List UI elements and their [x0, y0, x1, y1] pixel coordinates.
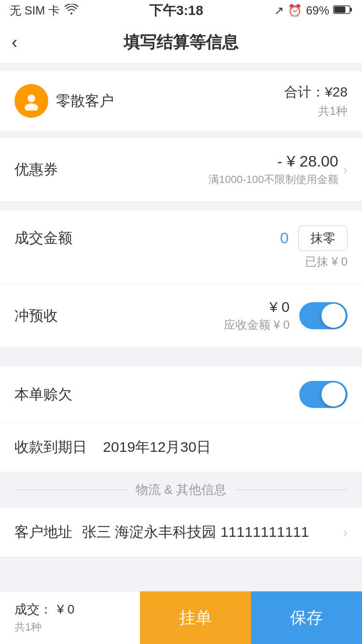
svg-rect-2	[350, 8, 352, 12]
address-value: 张三 海淀永丰科技园 11111111111	[82, 522, 343, 542]
prepay-row: 冲预收 ¥ 0 应收金额 ¥ 0	[14, 299, 348, 333]
logistics-title: 物流 & 其他信息	[136, 481, 226, 498]
due-date-section: 收款到期日 2019年12月30日	[0, 422, 362, 472]
prepay-right: ¥ 0 应收金额 ¥ 0	[224, 299, 348, 333]
round-zero-button[interactable]: 抹零	[298, 225, 348, 251]
prepay-info: ¥ 0 应收金额 ¥ 0	[224, 299, 290, 333]
due-date-label: 收款到期日	[14, 439, 87, 455]
prepay-section: 冲预收 ¥ 0 应收金额 ¥ 0	[0, 284, 362, 347]
customer-name: 零散客户	[56, 91, 114, 111]
total-amount: 合计：¥28	[284, 83, 348, 101]
section-divider-1	[0, 201, 362, 211]
coupon-amount: - ¥ 28.00	[209, 153, 338, 170]
back-button[interactable]: ‹	[12, 32, 17, 53]
coupon-section[interactable]: 优惠券 - ¥ 28.00 满1000-100不限制使用金额 ›	[0, 138, 362, 201]
debt-label: 本单赊欠	[14, 385, 72, 405]
svg-point-5	[25, 103, 38, 111]
due-date-text: 收款到期日 2019年12月30日	[14, 439, 211, 455]
transaction-section: 成交金额 0 抹零 已抹 ¥ 0	[0, 211, 362, 284]
page-title: 填写结算等信息	[124, 31, 238, 54]
logistics-header: 物流 & 其他信息	[0, 472, 362, 508]
section-divider-2	[0, 347, 362, 357]
coupon-label: 优惠券	[14, 160, 58, 180]
coupon-right: - ¥ 28.00 满1000-100不限制使用金额 ›	[209, 153, 348, 187]
svg-point-4	[28, 95, 35, 102]
footer-count: 共1种	[14, 620, 125, 634]
prepay-toggle[interactable]	[299, 302, 348, 329]
customer-total: 合计：¥28 共1种	[284, 83, 348, 119]
battery-icon	[333, 4, 352, 17]
transaction-row: 成交金额 0 抹零	[14, 225, 348, 251]
footer-info: 成交： ¥ 0 共1种	[0, 601, 140, 634]
status-right: ↗ ⏰ 69%	[274, 4, 352, 17]
transaction-right: 0 抹零	[280, 225, 348, 251]
prepay-label: 冲预收	[14, 306, 58, 326]
wifi-icon	[65, 4, 78, 17]
footer-deal-value: ¥ 0	[57, 602, 74, 617]
logistics-title-line: 物流 & 其他信息	[14, 481, 348, 498]
toggle-knob	[321, 304, 346, 328]
pending-button[interactable]: 挂单	[140, 591, 251, 644]
customer-left: 零散客户	[14, 84, 114, 118]
content: 零散客户 合计：¥28 共1种 优惠券 - ¥ 28.00 满1000-100不…	[0, 64, 362, 615]
battery-text: 69%	[306, 4, 329, 17]
svg-point-0	[70, 13, 72, 14]
coupon-chevron-icon: ›	[343, 162, 348, 178]
logistics-line-right	[236, 490, 348, 490]
debt-toggle[interactable]	[299, 381, 348, 408]
status-bar: 无 SIM 卡 下午3:18 ↗ ⏰ 69%	[0, 0, 362, 21]
no-sim-text: 无 SIM 卡	[10, 3, 60, 18]
debt-section: 本单赊欠	[0, 366, 362, 422]
total-count: 共1种	[284, 103, 348, 119]
footer-deal: 成交： ¥ 0	[14, 601, 125, 618]
footer: 成交： ¥ 0 共1种 挂单 保存	[0, 591, 362, 644]
alarm-icon: ⏰	[288, 4, 302, 17]
address-section[interactable]: 客户地址 张三 海淀永丰科技园 11111111111 ›	[0, 508, 362, 557]
prepay-desc: 应收金额 ¥ 0	[224, 317, 290, 333]
status-time: 下午3:18	[149, 1, 203, 20]
svg-rect-3	[334, 7, 345, 13]
logistics-line-left	[14, 490, 126, 490]
customer-avatar	[14, 84, 48, 118]
save-button[interactable]: 保存	[251, 591, 362, 644]
status-left: 无 SIM 卡	[10, 3, 78, 18]
coupon-info: - ¥ 28.00 满1000-100不限制使用金额	[209, 153, 338, 187]
transaction-value: 0	[280, 229, 289, 247]
address-chevron-icon: ›	[343, 525, 348, 540]
prepay-value: ¥ 0	[224, 299, 290, 315]
customer-section: 零散客户 合计：¥28 共1种	[0, 71, 362, 130]
coupon-desc: 满1000-100不限制使用金额	[209, 172, 338, 187]
transaction-label: 成交金额	[14, 228, 72, 248]
due-date-value: 2019年12月30日	[103, 439, 210, 455]
already-zeroed: 已抹 ¥ 0	[14, 254, 348, 269]
debt-toggle-knob	[321, 382, 346, 406]
address-label: 客户地址	[14, 522, 72, 542]
location-icon: ↗	[274, 4, 284, 17]
footer-deal-label: 成交：	[14, 601, 52, 618]
nav-bar: ‹ 填写结算等信息	[0, 21, 362, 64]
